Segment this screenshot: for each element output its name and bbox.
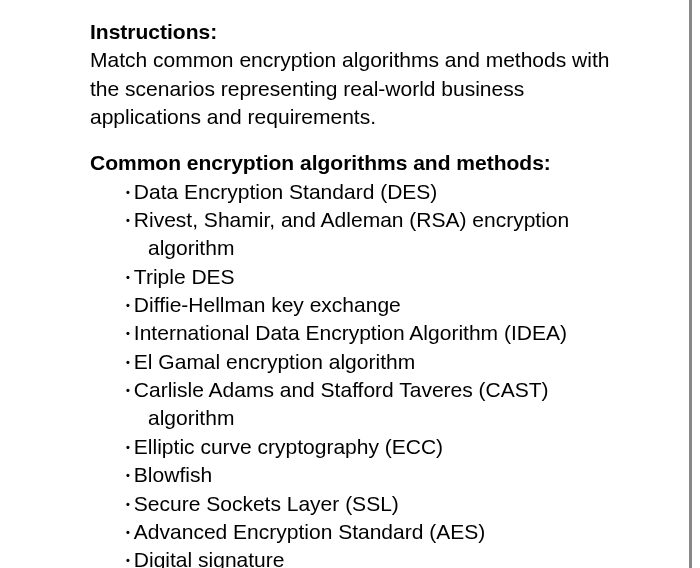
bullet-icon: • [126,490,130,518]
list-item-label: Digital signature [134,546,610,568]
list-item-label: Triple DES [134,263,610,291]
section-block: Common encryption algorithms and methods… [90,149,610,568]
list-item: •International Data Encryption Algorithm… [126,319,610,347]
scrollbar[interactable] [689,0,692,568]
bullet-icon: • [126,376,130,404]
list-item-continuation: algorithm [126,404,610,432]
bullet-icon: • [126,518,130,546]
list-item-label: El Gamal encryption algorithm [134,348,610,376]
list-item: •Carlisle Adams and Stafford Taveres (CA… [126,376,610,404]
algorithm-list: •Data Encryption Standard (DES)•Rivest, … [90,178,610,568]
instructions-heading: Instructions: [90,20,217,43]
list-item-continuation-label: algorithm [126,404,610,432]
list-item: •Blowfish [126,461,610,489]
bullet-icon: • [126,206,130,234]
list-item: •Advanced Encryption Standard (AES) [126,518,610,546]
list-item-label: International Data Encryption Algorithm … [134,319,610,347]
list-item: •Triple DES [126,263,610,291]
list-item-label: Secure Sockets Layer (SSL) [134,490,610,518]
list-item-continuation: algorithm [126,234,610,262]
list-item: •Data Encryption Standard (DES) [126,178,610,206]
list-item-label: Rivest, Shamir, and Adleman (RSA) encryp… [134,206,610,234]
bullet-icon: • [126,178,130,206]
list-item: •Elliptic curve cryptography (ECC) [126,433,610,461]
list-item: •Rivest, Shamir, and Adleman (RSA) encry… [126,206,610,234]
bullet-icon: • [126,546,130,568]
section-heading: Common encryption algorithms and methods… [90,149,610,177]
list-item-label: Elliptic curve cryptography (ECC) [134,433,610,461]
list-item-continuation-label: algorithm [126,234,610,262]
instructions-body: Match common encryption algorithms and m… [90,48,609,128]
bullet-icon: • [126,348,130,376]
list-item-label: Advanced Encryption Standard (AES) [134,518,610,546]
list-item: •Digital signature [126,546,610,568]
list-item-label: Carlisle Adams and Stafford Taveres (CAS… [134,376,610,404]
bullet-icon: • [126,461,130,489]
list-item: •Secure Sockets Layer (SSL) [126,490,610,518]
list-item: •Diffie-Hellman key exchange [126,291,610,319]
list-item-label: Diffie-Hellman key exchange [134,291,610,319]
list-item: •El Gamal encryption algorithm [126,348,610,376]
bullet-icon: • [126,291,130,319]
instructions-block: Instructions: Match common encryption al… [90,18,610,131]
bullet-icon: • [126,263,130,291]
list-item-label: Blowfish [134,461,610,489]
bullet-icon: • [126,319,130,347]
list-item-label: Data Encryption Standard (DES) [134,178,610,206]
bullet-icon: • [126,433,130,461]
document-content: Instructions: Match common encryption al… [90,18,610,568]
